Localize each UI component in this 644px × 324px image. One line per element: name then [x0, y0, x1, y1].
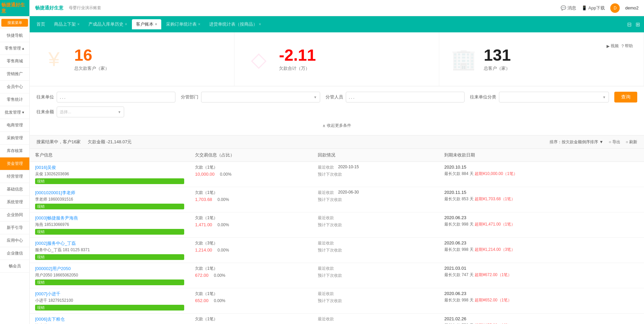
- customer-name-link-6[interactable]: [0006]去下粮仓: [35, 316, 184, 322]
- debt-count-3: 欠款（3笔）: [195, 240, 218, 246]
- customer-name-link-4[interactable]: [000002]用户2050: [35, 266, 184, 272]
- export-button[interactable]: ○ 导出: [609, 139, 620, 145]
- tab-purchase-goods-stats[interactable]: 进货单统计表（按商品） ×: [205, 19, 265, 29]
- video-icon: ▶: [607, 44, 610, 49]
- tab-purchase-stats-close[interactable]: ×: [198, 22, 200, 27]
- sidebar-item-enterprise-collab[interactable]: 企业协同: [0, 209, 29, 222]
- message-button[interactable]: 💬 消息: [561, 5, 576, 11]
- sidebar-item-enterprise-wechat[interactable]: 企业微信: [0, 247, 29, 260]
- stat-card-debt-customers: ¥ 16 总欠款客户（家）: [30, 32, 234, 86]
- results-summary: 搜索结果中，客户16家 欠款金额 -21,148.07元: [36, 139, 132, 145]
- refresh-button[interactable]: ○ 刷新: [626, 139, 637, 145]
- sidebar-item-operation-mgmt[interactable]: 经营管理: [0, 170, 29, 183]
- customer-tag-2: 现销: [35, 229, 184, 235]
- search-menu-button[interactable]: 搜索菜单: [1, 19, 28, 27]
- cell-customer-info-0: [0016]吴俊 吴俊 13026203696 现销: [30, 162, 190, 187]
- cell-debt-info-1: 欠款（1笔） 1,703.68 0.00%: [190, 187, 312, 212]
- window-restore-button[interactable]: ⊟: [626, 20, 633, 29]
- download-icon: 📱: [582, 5, 587, 10]
- last-payment-label-5: 最近收款: [318, 291, 334, 297]
- sidebar-item-marketing[interactable]: 营销推广: [0, 68, 29, 81]
- cell-customer-info-6: [0006]去下粮仓 陈小希 现销: [30, 314, 190, 324]
- filter-balance-select[interactable]: 选择... ▼: [57, 107, 124, 117]
- debt-amount-0: 10,000.00: [195, 172, 215, 177]
- sort-button[interactable]: 排序：按欠款金额倒序排序 ▼: [550, 139, 604, 145]
- debt-row-2: 欠款（1笔）: [195, 215, 307, 221]
- overdue-amount-link-1[interactable]: 超期¥1,703.68（1笔）: [475, 197, 515, 201]
- next-payment-row-2: 预计下次收款: [318, 222, 433, 228]
- tab-purchase-goods-stats-label: 进货单统计表（按商品）: [209, 21, 257, 27]
- query-button[interactable]: 查询: [614, 92, 637, 102]
- customer-phone-4: 用户2050 18665062050: [35, 272, 184, 278]
- user-name[interactable]: demo2: [625, 5, 639, 10]
- filter-supplier-input[interactable]: ...: [57, 92, 175, 102]
- sidebar-item-wholesale-mgmt[interactable]: 批发管理▼: [0, 106, 29, 119]
- customer-debt-table: 客户信息 欠交易信息（占比） 回款情况 到期未收款日期 [0016]吴俊 吴俊 …: [30, 149, 644, 324]
- overdue-info-row-0: 最长欠款 884 天 超期¥10,000.00（1笔）: [444, 171, 639, 177]
- sidebar-item-member-center[interactable]: 会员中心: [0, 81, 29, 93]
- sidebar-item-quick-nav[interactable]: 快捷导航: [0, 29, 29, 42]
- due-date-value-2: 2020.06.23: [444, 215, 639, 220]
- sidebar-item-capital-mgmt[interactable]: 资金管理: [0, 157, 29, 170]
- sidebar-item-beginner-guide[interactable]: 新手引导: [0, 222, 29, 234]
- payment-info-2: 最近收款 预计下次收款: [318, 215, 433, 228]
- overdue-amount-link-4[interactable]: 超期¥672.00（1笔）: [475, 272, 512, 277]
- collapse-label: 收起更多条件: [327, 123, 351, 128]
- next-payment-label-5: 预计下次收款: [318, 298, 342, 304]
- overdue-amount-link-0[interactable]: 超期¥10,000.00（1笔）: [475, 171, 517, 176]
- due-date-cell-6: 2021.02.26 最长欠款 750 天 超期¥455.90（1笔）: [444, 316, 639, 324]
- user-avatar[interactable]: D: [610, 3, 620, 13]
- tab-customer-account-close[interactable]: ×: [155, 22, 157, 27]
- filter-department-select[interactable]: ▼: [201, 92, 320, 102]
- sidebar-item-inventory[interactable]: 库存核算: [0, 145, 29, 157]
- customer-name-link-1[interactable]: [0001020001]李老师: [35, 190, 184, 196]
- debt-row-5: 欠款（1笔）: [195, 291, 307, 297]
- tab-purchase-stats[interactable]: 采购订单统计表 ×: [162, 19, 204, 29]
- tab-purchase-goods-stats-close[interactable]: ×: [259, 22, 261, 27]
- debt-count-1: 欠款（1笔）: [195, 190, 218, 196]
- customer-name-link-2[interactable]: [0003]畅捷服务尹海燕: [35, 215, 184, 221]
- overdue-amount-link-3[interactable]: 超期¥1,214.00（3笔）: [475, 247, 515, 252]
- tab-customer-account[interactable]: 客户账本 ×: [132, 19, 161, 29]
- tab-product-onoff-close[interactable]: ×: [77, 22, 80, 27]
- collapse-filter-button[interactable]: ∧ 收起更多条件: [36, 121, 637, 130]
- customer-name-link-0[interactable]: [0016]吴俊: [35, 165, 184, 171]
- customer-name-link-3[interactable]: [0002]服务中心_丁磊: [35, 240, 184, 246]
- help-action-button[interactable]: ? 帮助: [621, 43, 633, 49]
- table-header: 客户信息 欠交易信息（占比） 回款情况 到期未收款日期: [30, 149, 644, 162]
- filter-category-select[interactable]: ▼: [499, 92, 609, 102]
- tab-production-history[interactable]: 产成品入库单历史 ×: [84, 19, 131, 29]
- debt-cell-1: 欠款（1笔） 1,703.68 0.00%: [195, 190, 307, 202]
- col-header-customer-info: 客户信息: [30, 149, 190, 162]
- overdue-amount-link-2[interactable]: 超期¥1,471.00（1笔）: [475, 222, 515, 227]
- sidebar-item-purchase-mgmt[interactable]: 采购管理: [0, 132, 29, 145]
- sidebar-item-system-mgmt[interactable]: 系统管理: [0, 196, 29, 209]
- tab-production-history-close[interactable]: ×: [125, 22, 127, 27]
- tab-home-label: 首页: [36, 21, 45, 27]
- due-date-value-1: 2020.11.15: [444, 190, 639, 195]
- sidebar-item-basic-info[interactable]: 基础信息: [0, 183, 29, 196]
- cell-customer-info-4: [000002]用户2050 用户2050 18665062050 现销: [30, 263, 190, 288]
- results-amount-text: 欠款金额 -21,148.07元: [88, 139, 132, 144]
- debt-cell-6: 欠款（1笔） 455.90 0.00%: [195, 316, 307, 324]
- tab-product-onoff[interactable]: 商品上下架 ×: [50, 19, 84, 29]
- cell-customer-info-2: [0003]畅捷服务尹海燕 海燕 18513066976 现销: [30, 212, 190, 238]
- video-action-button[interactable]: ▶ 视频: [607, 43, 619, 49]
- overdue-amount-link-5[interactable]: 超期¥652.00（1笔）: [475, 298, 512, 302]
- stat-label-debt-total: 欠款合计（万）: [279, 65, 316, 71]
- due-date-value-6: 2021.02.26: [444, 316, 639, 321]
- sidebar-item-app-center[interactable]: 应用中心: [0, 234, 29, 247]
- stat-icon-debt: ¥: [40, 46, 67, 73]
- video-label: 视频: [611, 43, 619, 49]
- app-download-button[interactable]: 📱 App下载: [582, 5, 605, 11]
- customer-name-link-5[interactable]: [0007]小进千: [35, 291, 184, 297]
- sidebar-item-retail-stats[interactable]: 零售统计: [0, 93, 29, 106]
- filter-person-input[interactable]: ...: [346, 92, 465, 102]
- sidebar-item-retail-mall[interactable]: 零售商城: [0, 55, 29, 68]
- sidebar-item-retail-mgmt[interactable]: 零售管理▲: [0, 42, 29, 55]
- tab-home[interactable]: 首页: [32, 19, 49, 29]
- sidebar-item-ecommerce[interactable]: 电商管理: [0, 119, 29, 132]
- customer-phone-5: 小进千 18279152100: [35, 298, 184, 303]
- window-maximize-button[interactable]: ⊞: [634, 20, 641, 29]
- sidebar-item-member-vip[interactable]: 畅会员: [0, 260, 29, 273]
